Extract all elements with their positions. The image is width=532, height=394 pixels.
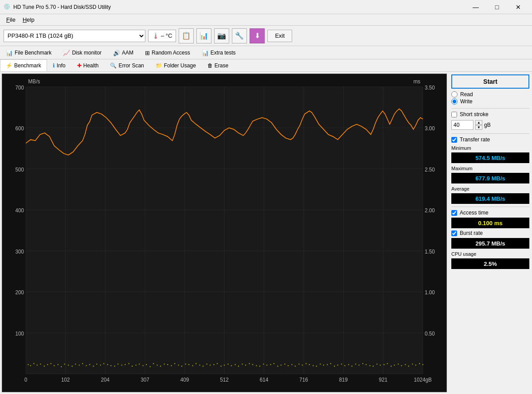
- svg-point-148: [379, 364, 381, 366]
- read-label: Read: [460, 91, 473, 98]
- spinner-up-button[interactable]: ▲: [475, 120, 482, 125]
- svg-point-153: [398, 363, 399, 365]
- right-panel: Start Read Write Short stroke ▲: [449, 72, 532, 394]
- short-stroke-checkbox-label[interactable]: Short stroke: [451, 111, 529, 117]
- svg-point-98: [203, 366, 204, 367]
- benchmark-icon: ⚡: [6, 62, 12, 69]
- svg-point-137: [341, 363, 342, 365]
- svg-point-132: [323, 364, 325, 366]
- svg-point-88: [167, 364, 168, 365]
- transfer-rate-label: Transfer rate: [460, 137, 490, 143]
- tab-aam[interactable]: 🔊 AAM: [107, 46, 139, 59]
- toolbar-btn-download[interactable]: ⬇: [250, 28, 265, 43]
- minimum-value: 574.5 MB/s: [451, 152, 529, 163]
- write-radio[interactable]: [451, 98, 458, 105]
- transfer-rate-checkbox-label[interactable]: Transfer rate: [451, 137, 529, 143]
- menu-file[interactable]: File: [3, 16, 19, 24]
- svg-point-59: [64, 363, 65, 365]
- tab-file-benchmark[interactable]: 📊 File Benchmark: [0, 46, 57, 59]
- svg-point-83: [149, 366, 151, 367]
- tab-folder-usage[interactable]: 📁 Folder Usage: [150, 59, 202, 71]
- maximize-button[interactable]: □: [487, 0, 507, 14]
- svg-point-49: [30, 365, 31, 367]
- svg-point-138: [344, 365, 346, 367]
- minimize-button[interactable]: —: [466, 0, 486, 14]
- svg-point-76: [125, 364, 126, 365]
- burst-rate-checkbox-label[interactable]: Burst rate: [451, 230, 529, 236]
- access-time-checkbox-label[interactable]: Access time: [451, 210, 529, 216]
- tab-disk-monitor[interactable]: 📈 Disk monitor: [57, 46, 107, 59]
- svg-point-123: [291, 364, 293, 365]
- tab-health[interactable]: ✚ Health: [71, 59, 105, 71]
- tab-erase[interactable]: 🗑 Erase: [202, 59, 234, 71]
- svg-text:700: 700: [15, 84, 24, 91]
- svg-point-92: [181, 366, 183, 367]
- toolbar-btn-screenshot[interactable]: 📷: [214, 28, 229, 43]
- svg-point-102: [217, 363, 218, 364]
- toolbar-btn-copy[interactable]: 📋: [179, 28, 194, 43]
- svg-point-79: [135, 364, 137, 366]
- svg-point-135: [334, 366, 335, 367]
- tab-extra-tests[interactable]: 📊 Extra tests: [196, 46, 242, 59]
- camera-icon: 📷: [217, 31, 226, 40]
- svg-text:2.00: 2.00: [425, 207, 435, 214]
- drive-select[interactable]: PP3480-R 1TB (1024 gB): [4, 30, 145, 42]
- svg-point-155: [405, 364, 406, 365]
- tab-benchmark[interactable]: ⚡ Benchmark: [0, 59, 47, 71]
- start-button[interactable]: Start: [451, 74, 529, 89]
- svg-point-118: [274, 363, 275, 364]
- short-stroke-checkbox[interactable]: [451, 112, 457, 117]
- close-button[interactable]: ✕: [508, 0, 528, 14]
- divider-3: [451, 207, 529, 207]
- toolbar-btn-chart[interactable]: 📊: [196, 28, 211, 43]
- app-icon: 💿: [4, 4, 11, 11]
- svg-text:409: 409: [180, 376, 189, 383]
- read-radio[interactable]: [451, 91, 458, 98]
- burst-rate-checkbox[interactable]: [451, 230, 457, 236]
- svg-text:819: 819: [339, 376, 348, 383]
- svg-point-86: [160, 366, 161, 367]
- minimum-label: Minimum: [451, 145, 529, 151]
- svg-text:400: 400: [15, 207, 24, 214]
- svg-point-87: [164, 363, 165, 365]
- svg-point-110: [245, 364, 246, 366]
- svg-point-89: [171, 365, 172, 367]
- write-radio-label[interactable]: Write: [451, 98, 529, 105]
- cpu-usage-label: CPU usage: [451, 251, 529, 257]
- svg-point-149: [383, 364, 385, 365]
- svg-point-152: [394, 364, 395, 366]
- svg-point-111: [249, 363, 250, 364]
- svg-point-78: [132, 366, 133, 367]
- spinner-input[interactable]: [451, 120, 473, 130]
- spinner-down-button[interactable]: ▼: [475, 125, 482, 130]
- main-content: MB/s ms: [0, 72, 532, 394]
- svg-point-56: [54, 365, 55, 367]
- tab-file-benchmark-label: File Benchmark: [15, 50, 51, 56]
- transfer-rate-checkbox[interactable]: [451, 137, 457, 143]
- svg-point-64: [82, 363, 83, 364]
- svg-point-82: [146, 364, 147, 365]
- svg-text:512: 512: [220, 376, 229, 383]
- tab-info[interactable]: ℹ Info: [47, 59, 71, 71]
- cpu-usage-value: 2.5%: [451, 258, 529, 269]
- benchmark-chart: 700 600 500 400 300 200 100 3.50 3.00 2.…: [2, 74, 446, 392]
- svg-point-124: [295, 366, 296, 367]
- spinner-unit: gB: [484, 122, 491, 128]
- svg-point-81: [142, 365, 144, 367]
- svg-point-131: [320, 363, 321, 365]
- read-radio-label[interactable]: Read: [451, 91, 529, 98]
- svg-point-144: [366, 364, 367, 365]
- access-time-checkbox[interactable]: [451, 210, 457, 216]
- tab-error-scan[interactable]: 🔍 Error Scan: [104, 59, 149, 71]
- write-label: Write: [460, 98, 473, 105]
- window-title: HD Tune Pro 5.70 - Hard Disk/SSD Utility: [13, 4, 466, 10]
- tab-random-access[interactable]: ⊞ Random Access: [139, 46, 196, 59]
- svg-point-115: [263, 363, 264, 365]
- svg-point-109: [242, 363, 243, 365]
- svg-point-160: [422, 364, 423, 365]
- exit-button[interactable]: Exit: [267, 30, 292, 42]
- menu-help[interactable]: Help: [19, 16, 38, 24]
- toolbar-btn-settings[interactable]: 🔧: [232, 28, 247, 43]
- svg-point-51: [37, 364, 38, 366]
- tab-random-access-label: Random Access: [152, 50, 190, 56]
